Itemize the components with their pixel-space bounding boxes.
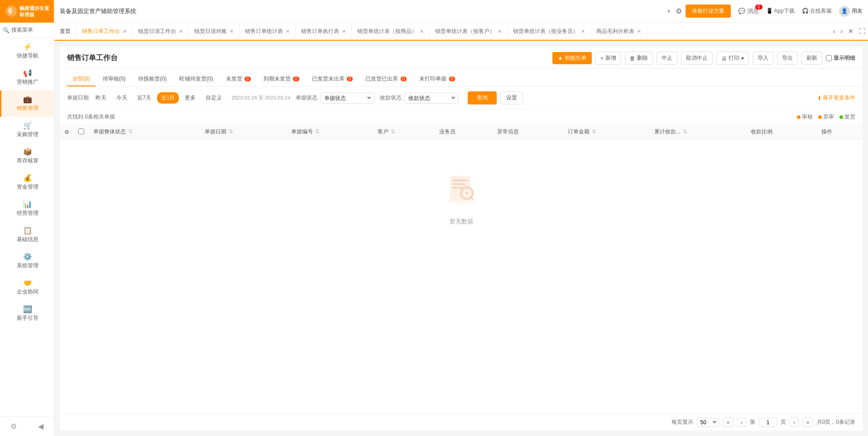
tab-close-all-btn[interactable]: ✕ — [845, 23, 856, 40]
sub-tab-shipped-not-out[interactable]: 已发货未出库 0 — [307, 72, 359, 86]
page-number-input[interactable] — [759, 418, 777, 427]
date-yesterday-btn[interactable]: 昨天 — [91, 92, 110, 104]
page-label: 第 — [750, 418, 755, 426]
th-number-sort-icon[interactable]: ⇅ — [315, 128, 320, 135]
refresh-btn[interactable]: 刷新 — [801, 52, 822, 65]
tab-margin-analysis[interactable]: 商品毛利分析表 ✕ — [591, 23, 647, 40]
user-btn[interactable]: 👤 用友 — [839, 6, 863, 17]
sub-tab-wangpu[interactable]: 旺铺待发货(0) — [174, 72, 219, 86]
sidebar-item-finance[interactable]: 💰 资金管理 — [0, 169, 54, 195]
tab-close-sales-stat[interactable]: ✕ — [286, 28, 290, 34]
tab-cash-daily[interactable]: 钱货日清工作台 ✕ — [133, 23, 189, 40]
date-more-btn[interactable]: 更多 — [181, 92, 200, 104]
sidebar-item-marketing[interactable]: 📢 营销推广 — [0, 64, 54, 90]
sub-tab-expired-not-shipped[interactable]: 到期未发货 0 — [258, 72, 305, 86]
tab-close-sales-stat-product[interactable]: ✕ — [420, 28, 424, 34]
user-name: 用友 — [852, 7, 863, 15]
tab-sales-exec[interactable]: 销售订单执行表 ✕ — [296, 23, 352, 40]
system-chevron-icon[interactable]: ▾ — [667, 8, 670, 14]
export-btn[interactable]: 导出 — [777, 52, 798, 65]
show-detail-toggle[interactable]: 显示明细 — [826, 54, 855, 62]
date-today-btn[interactable]: 今天 — [112, 92, 131, 104]
sidebar-search-item[interactable]: 🔍 搜索菜单 — [0, 23, 54, 38]
sub-tab-not-shipped[interactable]: 未发货 0 — [221, 72, 256, 86]
last-page-btn[interactable]: » — [802, 417, 813, 427]
sidebar-item-label: 采购管理 — [17, 131, 38, 138]
service-btn[interactable]: 🎧 在线客服 — [802, 7, 832, 15]
tab-close-cash-daily[interactable]: ✕ — [179, 28, 183, 34]
sub-tab-pending-inspect[interactable]: 待拣验货(0) — [133, 72, 172, 86]
tab-close-sales-exec[interactable]: ✕ — [342, 28, 346, 34]
industry-btn[interactable]: 体验行业方案 — [686, 5, 731, 18]
th-status-sort-icon[interactable]: ⇅ — [128, 128, 133, 135]
tab-sales-order[interactable]: 销售订单工作台 ✕ — [77, 23, 133, 41]
tab-sales-stat-product[interactable]: 销货单统计表（按商品） ✕ — [352, 23, 430, 40]
tab-prev-btn[interactable]: ‹ — [830, 23, 838, 40]
sidebar-item-cooperation[interactable]: 🤝 企业协同 — [0, 274, 54, 300]
print-btn[interactable]: 🖨 打印 ▾ — [716, 52, 749, 65]
sidebar-item-basic-info[interactable]: 📋 基础信息 — [0, 222, 54, 248]
cancel-pause-btn[interactable]: 取消中止 — [681, 52, 713, 65]
setting-btn[interactable]: 设置 — [500, 91, 523, 104]
prev-page-btn[interactable]: ‹ — [737, 417, 746, 427]
topbar-gear-icon[interactable]: ⚙ — [676, 7, 682, 15]
smart-order-btn[interactable]: ★ 智能生单 — [552, 52, 592, 64]
page-size-select[interactable]: 50 10 20 100 — [697, 418, 719, 427]
sidebar-item-inventory[interactable]: 📦 库存核算 — [0, 143, 54, 169]
tab-home[interactable]: 首页 — [54, 23, 77, 40]
tab-sales-stat[interactable]: 销售订单统计表 ✕ — [240, 23, 296, 40]
tab-next-btn[interactable]: › — [838, 23, 845, 40]
th-customer-sort-icon[interactable]: ⇅ — [391, 128, 395, 135]
sub-tab-shipped-out[interactable]: 已发货已出库 0 — [360, 72, 412, 86]
sidebar-bottom: ⚙ ◀ — [0, 416, 54, 436]
query-btn[interactable]: 查询 — [468, 91, 497, 104]
add-btn[interactable]: + 新增 — [595, 52, 621, 65]
sidebar-item-purchase[interactable]: 🛒 采购管理 — [0, 117, 54, 143]
message-btn[interactable]: 💬 消息 6 — [738, 7, 759, 15]
tab-sales-stat-customer[interactable]: 销货单统计表（按客户） ✕ — [430, 23, 508, 40]
sub-tab-all[interactable]: 全部(0) — [67, 72, 96, 86]
next-page-btn[interactable]: › — [790, 417, 799, 427]
date-1month-btn[interactable]: 近1月 — [157, 92, 179, 104]
import-btn[interactable]: 导入 — [753, 52, 773, 65]
show-detail-checkbox[interactable] — [826, 55, 832, 61]
payment-select[interactable]: 收款状态 — [404, 93, 459, 104]
sidebar-item-operations[interactable]: 📊 经营管理 — [0, 195, 54, 222]
delete-btn[interactable]: 🗑 删除 — [625, 52, 653, 65]
tab-close-sales-order[interactable]: ✕ — [123, 28, 127, 34]
first-page-btn[interactable]: « — [723, 417, 733, 427]
th-amount-sort-icon[interactable]: ⇅ — [592, 128, 596, 135]
th-date-sort-icon[interactable]: ⇅ — [229, 128, 233, 135]
pause-label: 中止 — [662, 54, 672, 62]
date-custom-btn[interactable]: 自定义 — [201, 92, 226, 104]
tab-fullscreen-btn[interactable]: ⛶ — [856, 23, 868, 40]
ship-action[interactable]: 发货 — [839, 113, 855, 121]
review-action[interactable]: 审核 — [797, 113, 813, 121]
tab-close-margin-analysis[interactable]: ✕ — [637, 28, 641, 34]
marketing-icon: 📢 — [23, 69, 32, 77]
th-collected-sort-icon[interactable]: ⇅ — [683, 128, 687, 135]
th-checkbox — [74, 124, 89, 140]
sidebar-item-sales[interactable]: 💼 销售管理 — [0, 90, 54, 117]
tab-cash-reconcile[interactable]: 钱货日清对账 ✕ — [189, 23, 240, 40]
tab-close-cash-reconcile[interactable]: ✕ — [230, 28, 234, 34]
expand-more-btn[interactable]: ⬇ 展开更多条件 — [817, 94, 855, 102]
tab-close-sales-stat-staff[interactable]: ✕ — [581, 28, 585, 34]
tab-sales-stat-staff[interactable]: 销货单统计表（按业务员） ✕ — [508, 23, 591, 40]
tab-close-sales-stat-customer[interactable]: ✕ — [498, 28, 502, 34]
sidebar-item-system[interactable]: ⚙️ 系统管理 — [0, 248, 54, 274]
sub-tab-not-printed[interactable]: 未打印单据 0 — [414, 72, 460, 86]
app-download-btn[interactable]: 📱 App下载 — [766, 7, 795, 15]
pause-btn[interactable]: 中止 — [657, 52, 677, 65]
select-all-checkbox[interactable] — [78, 128, 84, 134]
svg-rect-4 — [452, 180, 468, 181]
status-select[interactable]: 单据状态 — [320, 93, 374, 104]
collapse-icon[interactable]: ◀ — [36, 420, 45, 432]
sidebar-item-guide[interactable]: 🆕 新手引导 — [0, 300, 54, 327]
settings-icon[interactable]: ⚙ — [9, 420, 19, 432]
sub-tab-pending-review[interactable]: 待审核(0) — [97, 72, 131, 86]
app-download-label: App下载 — [774, 8, 794, 14]
sidebar-item-quick-nav[interactable]: ⚡ 快捷导航 — [0, 38, 54, 64]
unreview-action[interactable]: 弃审 — [818, 113, 834, 121]
date-7days-btn[interactable]: 近7天 — [133, 92, 155, 104]
